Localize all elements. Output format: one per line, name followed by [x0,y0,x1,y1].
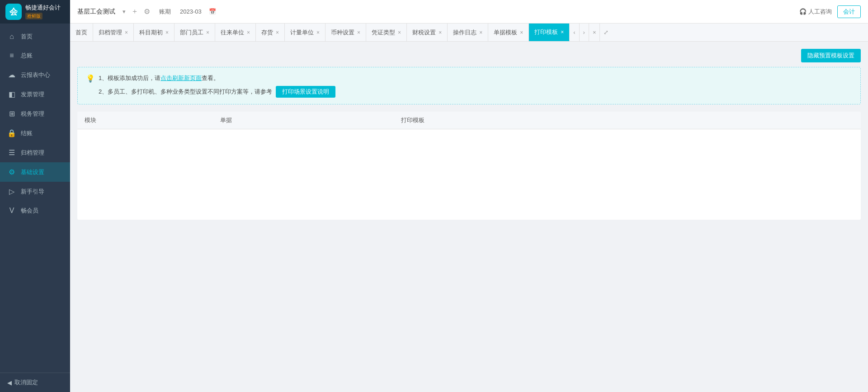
period-label: 账期 [159,8,171,16]
top-bar: 基层工会测试 ▾ ＋ ⚙ 账期 2023-03 📅 🎧 人工咨询 会计 [70,0,868,24]
headset-icon: 🎧 [799,8,807,15]
tab-voucher-type[interactable]: 凭证类型 × [366,24,407,42]
company-dropdown-icon[interactable]: ▾ [123,8,126,15]
tab-label: 科目期初 [139,28,163,37]
home-icon: ⌂ [7,33,16,41]
tab-document-template[interactable]: 单据模板 × [488,24,529,42]
tab-label: 凭证类型 [372,28,395,37]
sidebar-item-settings[interactable]: ⚙ 基础设置 [0,162,70,182]
tab-scroll-left[interactable]: ‹ [570,24,579,42]
tab-print-template[interactable]: 打印模板 × [529,24,570,42]
tab-home[interactable]: 首页 [70,24,93,42]
sidebar-footer-label: 取消固定 [14,378,38,387]
close-period-icon: 🔒 [7,129,16,137]
tab-currency[interactable]: 币种设置 × [326,24,366,42]
tab-close-icon[interactable]: × [125,29,128,36]
sidebar-item-vip[interactable]: V 畅会员 [0,201,70,220]
tab-scroll-right[interactable]: › [580,24,589,42]
sidebar-item-guide[interactable]: ▷ 新手引导 [0,182,70,201]
ai-service-button[interactable]: 🎧 人工咨询 [799,8,832,16]
tab-partner[interactable]: 往来单位 × [215,24,256,42]
tab-close-icon[interactable]: × [439,29,442,36]
tab-archive[interactable]: 归档管理 × [93,24,134,42]
sidebar-item-label: 云报表中心 [21,71,50,79]
notice-text-2: 查看。 [202,75,219,81]
sidebar-item-ledger[interactable]: ≡ 总账 [0,46,70,65]
sidebar-item-label: 首页 [21,33,33,41]
notice-row: 💡 1、模板添加成功后，请点击刷新新页面查看。 2、多员工、多打印机、多种业务类… [86,74,852,98]
invoice-icon: ◧ [7,90,16,99]
sidebar-item-label: 结账 [21,129,33,137]
tab-label: 部门员工 [180,28,203,37]
tab-close-icon[interactable]: × [247,29,250,36]
tab-close-icon[interactable]: × [479,29,482,36]
tab-expand[interactable]: ⤢ [600,24,612,42]
tab-close-icon[interactable]: × [398,29,401,36]
tab-unit[interactable]: 计量单位 × [285,24,326,42]
tab-close-icon[interactable]: × [316,29,320,36]
tab-close-icon[interactable]: × [357,29,360,36]
sidebar-item-label: 畅会员 [21,207,38,215]
notice-box: 💡 1、模板添加成功后，请点击刷新新页面查看。 2、多员工、多打印机、多种业务类… [77,67,861,104]
notice-text-1: 1、模板添加成功后，请 [99,75,160,81]
gear-settings-icon[interactable]: ⚙ [144,7,150,16]
tab-tax-settings[interactable]: 财税设置 × [407,24,448,42]
tab-close-icon[interactable]: × [165,29,169,36]
tab-close-all[interactable]: × [589,24,600,42]
main-area: 基层工会测试 ▾ ＋ ⚙ 账期 2023-03 📅 🎧 人工咨询 会计 首页 归… [70,0,868,392]
app-logo-text: 畅捷通好会计 抢鲜版 [25,4,61,20]
tab-label: 财税设置 [412,28,436,37]
sidebar-logo: 会 畅捷通好会计 抢鲜版 [0,0,70,24]
tab-label: 打印模板 [534,28,558,36]
sidebar-item-label: 新手引导 [21,188,44,196]
notice-text-3: 2、多员工、多打印机、多种业务类型设置不同打印方案等，请参考 [99,88,272,96]
tab-label: 单据模板 [494,28,517,37]
tab-label: 计量单位 [290,28,314,37]
sidebar-item-reports[interactable]: ☁ 云报表中心 [0,65,70,85]
print-scene-button[interactable]: 打印场景设置说明 [276,86,335,98]
calendar-icon[interactable]: 📅 [209,8,216,15]
sidebar-item-tax[interactable]: ⊞ 税务管理 [0,104,70,123]
tab-subject[interactable]: 科目期初 × [134,24,175,42]
tab-operation-log[interactable]: 操作日志 × [448,24,488,42]
sidebar-unpin[interactable]: ◀ 取消固定 [0,373,70,392]
cloud-icon: ☁ [7,71,16,79]
tab-label: 往来单位 [221,28,244,37]
tab-inventory[interactable]: 存货 × [256,24,285,42]
tab-label: 币种设置 [331,28,354,37]
guide-icon: ▷ [7,187,16,196]
app-logo-icon: 会 [5,4,22,20]
table-body [77,129,861,220]
sidebar-item-archive[interactable]: ☰ 归档管理 [0,143,70,162]
ledger-icon: ≡ [7,52,16,60]
tab-label: 首页 [75,28,87,37]
sidebar-item-home[interactable]: ⌂ 首页 [0,27,70,46]
sidebar-item-label: 发票管理 [21,90,44,99]
logo-badge: 抢鲜版 [25,13,42,19]
tab-close-icon[interactable]: × [561,29,564,35]
data-table: 模块 单据 打印模板 [77,112,861,220]
settings-icon: ⚙ [7,168,16,176]
tab-bar: 首页 归档管理 × 科目期初 × 部门员工 × 往来单位 × 存货 × 计量单位… [70,24,868,42]
tab-close-icon[interactable]: × [206,29,209,36]
hide-template-button[interactable]: 隐藏预置模板设置 [801,49,861,62]
table-column-document: 单据 [220,116,401,124]
notice-line-1: 1、模板添加成功后，请点击刷新新页面查看。 [99,74,852,83]
refresh-link[interactable]: 点击刷新新页面 [160,75,202,81]
sidebar-item-invoice[interactable]: ◧ 发票管理 [0,85,70,104]
tax-icon: ⊞ [7,109,16,118]
tab-label: 存货 [261,28,273,37]
vip-icon: V [7,207,16,215]
ai-service-label: 人工咨询 [808,8,832,16]
kuaiji-button[interactable]: 会计 [837,5,861,18]
bulb-icon: 💡 [86,74,95,83]
sidebar: 会 畅捷通好会计 抢鲜版 ⌂ 首页 ≡ 总账 ☁ 云报表中心 ◧ 发票管理 ⊞ … [0,0,70,392]
tab-department[interactable]: 部门员工 × [175,24,215,42]
notice-line-2: 2、多员工、多打印机、多种业务类型设置不同打印方案等，请参考 打印场景设置说明 [99,86,852,98]
add-tab-button[interactable]: ＋ [131,7,138,16]
sidebar-item-label: 归档管理 [21,149,44,157]
tab-close-icon[interactable]: × [520,29,523,36]
tab-close-icon[interactable]: × [276,29,279,36]
unpin-icon: ◀ [7,379,12,386]
sidebar-item-close[interactable]: 🔒 结账 [0,123,70,143]
